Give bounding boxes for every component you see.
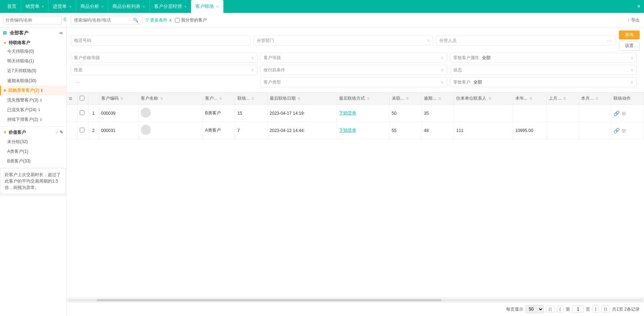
settings-icon[interactable]: ⚙ xyxy=(69,96,73,101)
sidebar-item-class-b[interactable]: B类客户(33) xyxy=(0,156,66,166)
sidebar-search-input[interactable] xyxy=(3,16,62,24)
retail-attr-dropdown-icon[interactable]: ∨ xyxy=(630,55,634,60)
per-page-select[interactable]: 50 100 200 xyxy=(525,305,544,313)
row1-link-icon[interactable]: 🔗 xyxy=(613,110,620,116)
filter-nature-input[interactable] xyxy=(85,67,251,72)
row4-more-icon[interactable]: ··· xyxy=(74,79,81,85)
main-search-icon[interactable]: 🔍 xyxy=(133,18,138,23)
close-all-tabs[interactable]: × xyxy=(637,3,640,10)
filter-price-level-input[interactable] xyxy=(103,55,251,60)
filter-customer-level[interactable]: 客户等级 ∨ xyxy=(260,53,447,63)
sidebar-search-icon[interactable]: 🔍 xyxy=(63,18,66,23)
filter-price-level[interactable]: 客户价格等级 ∨ xyxy=(71,53,258,63)
filter-person[interactable]: 分管人员 ··· xyxy=(436,36,616,46)
filter-customer-type-input[interactable] xyxy=(284,80,441,85)
sort-overdue-icon[interactable]: ⇅ xyxy=(438,96,441,100)
filter-customer-type[interactable]: 客户类型 ∨ xyxy=(260,77,447,87)
sidebar-item-declining[interactable]: 持续下滑客户(2) ℹ xyxy=(0,115,66,124)
sidebar-item-ungrouped[interactable]: 未分组(32) xyxy=(0,137,66,147)
filter-dept-input[interactable] xyxy=(277,38,427,43)
prev-page-btn[interactable]: ⟨ xyxy=(557,306,564,313)
sidebar-item-overdue[interactable]: 逾期未联络(30) xyxy=(0,76,66,86)
edit-icon[interactable]: ✎ xyxy=(60,130,63,135)
close-tab-purchase-order[interactable]: × xyxy=(69,4,71,9)
retail-customer-dropdown-icon[interactable]: ∨ xyxy=(630,80,634,85)
tab-purchase-order[interactable]: 进货单 × xyxy=(48,0,76,13)
filter-retail-attr[interactable]: 零散客户属性 全部 ∨ xyxy=(450,53,637,63)
circle-icon[interactable]: ○ xyxy=(56,130,58,135)
filter-customer-level-input[interactable] xyxy=(284,55,441,60)
sort-date-icon[interactable]: ⇅ xyxy=(297,96,300,100)
sort-type-icon[interactable]: ⇅ xyxy=(219,96,222,100)
payment-dropdown-icon[interactable]: ∨ xyxy=(441,67,444,72)
last-page-btn[interactable]: ⟩⟩ xyxy=(601,306,610,313)
sidebar-group-value-customers[interactable]: ▼ 价值客户 ○ ✎ xyxy=(0,128,66,137)
price-level-dropdown-icon[interactable]: ∨ xyxy=(251,55,254,60)
tab-product-analysis-list[interactable]: 商品分析列表 × xyxy=(108,0,149,13)
sort-thismonth-icon[interactable]: ⇅ xyxy=(596,96,598,100)
filter-payment-input[interactable] xyxy=(288,67,441,72)
nature-dropdown-icon[interactable]: ∨ xyxy=(251,67,254,72)
setting-button[interactable]: 设置 xyxy=(619,41,640,51)
tab-product-analysis[interactable]: 商品分析 × xyxy=(76,0,108,13)
filter-status[interactable]: 状态 ∨ xyxy=(450,65,637,75)
sidebar-item-7days[interactable]: 近7天待联络(0) xyxy=(0,66,66,76)
sort-contact-icon[interactable]: ⇅ xyxy=(251,96,254,100)
sidebar-item-lost[interactable]: 已流失客户(24) ℹ xyxy=(0,105,66,115)
tab-customer-contact[interactable]: 客户联络 × xyxy=(191,0,223,13)
sidebar-item-lost-warning[interactable]: 流失预警客户(3) ℹ xyxy=(0,95,66,105)
tab-home[interactable]: 首页 xyxy=(3,0,21,13)
row1-contact-way-link[interactable]: 下销货单 xyxy=(339,110,356,115)
sort-way-icon[interactable]: ⇅ xyxy=(367,96,370,100)
filter-phone-input[interactable] xyxy=(94,38,247,43)
filter-person-input[interactable] xyxy=(459,38,606,43)
filter-dept[interactable]: 分管部门 ∨ xyxy=(254,36,434,46)
close-tab-product-analysis[interactable]: × xyxy=(101,4,103,9)
my-customers-checkbox[interactable] xyxy=(175,18,180,23)
close-tab-product-analysis-list[interactable]: × xyxy=(143,4,145,9)
sidebar-item-today[interactable]: 今天待联络(0) xyxy=(0,47,66,56)
filter-status-input[interactable] xyxy=(465,67,630,72)
sidebar-all-customers[interactable]: ⊞ 全部客户 ≪ xyxy=(0,28,66,38)
sort-unit-icon[interactable]: ⇅ xyxy=(488,96,491,100)
row2-contact-way-link[interactable]: 下销货单 xyxy=(339,128,356,133)
select-all-checkbox[interactable] xyxy=(80,96,84,100)
row2-link-icon[interactable]: 🔗 xyxy=(613,128,620,133)
status-dropdown-icon[interactable]: ∨ xyxy=(630,67,634,72)
query-button[interactable]: 查询 xyxy=(619,30,640,39)
close-tab-sales-order[interactable]: × xyxy=(42,4,44,9)
sidebar-item-tomorrow[interactable]: 明天待联络(1) xyxy=(0,56,66,66)
page-number-input[interactable] xyxy=(572,306,584,313)
row2-grid-icon[interactable]: ⊞ xyxy=(622,128,626,133)
sidebar-item-abnormal-repurchase[interactable]: ▶ 回购异常客户(2) ℹ xyxy=(0,86,66,95)
export-button[interactable]: ↑ 导出 xyxy=(627,17,640,23)
close-tab-customer-tier[interactable]: × xyxy=(184,4,186,9)
customer-level-dropdown-icon[interactable]: ∨ xyxy=(441,55,444,60)
person-more-icon[interactable]: ··· xyxy=(606,38,613,43)
first-page-btn[interactable]: ⟨⟨ xyxy=(546,306,555,313)
tab-customer-tier[interactable]: 客户分层经营 × xyxy=(150,0,191,13)
customer-type-dropdown-icon[interactable]: ∨ xyxy=(441,80,444,85)
filter-retail-customer[interactable]: 零散客户 全部 ∨ xyxy=(450,77,637,87)
close-tab-customer-contact[interactable]: × xyxy=(216,4,218,9)
sort-name-icon[interactable]: ⇅ xyxy=(160,96,163,100)
row2-checkbox[interactable] xyxy=(80,128,84,132)
more-conditions-btn[interactable]: ▽ 更多条件 ∧ xyxy=(145,17,172,23)
next-page-btn[interactable]: ⟩ xyxy=(592,306,599,313)
row1-checkbox[interactable] xyxy=(80,110,84,115)
tab-sales-order[interactable]: 销货单 × xyxy=(21,0,48,13)
sidebar-group-pending[interactable]: ▼ 待联络客户 xyxy=(0,38,66,47)
sort-year-icon[interactable]: ⇅ xyxy=(529,96,532,100)
th-settings[interactable]: ⚙ xyxy=(66,93,77,105)
sort-lastmonth-icon[interactable]: ⇅ xyxy=(563,96,566,100)
horizontal-scrollbar[interactable] xyxy=(66,298,644,302)
dept-dropdown-icon[interactable]: ∨ xyxy=(427,38,430,43)
sidebar-item-class-a[interactable]: A类客户(1) xyxy=(0,147,66,156)
row1-grid-icon[interactable]: ⊞ xyxy=(622,110,626,116)
filter-nature[interactable]: 性质 ∨ xyxy=(71,65,258,75)
main-search-input[interactable] xyxy=(74,18,131,23)
sort-uncontacted-icon[interactable]: ⇅ xyxy=(406,96,409,100)
filter-phone[interactable]: 电话号码 xyxy=(71,36,251,46)
filter-payment[interactable]: 收付款条件 ∨ xyxy=(260,65,447,75)
sort-code-icon[interactable]: ⇅ xyxy=(120,96,123,100)
